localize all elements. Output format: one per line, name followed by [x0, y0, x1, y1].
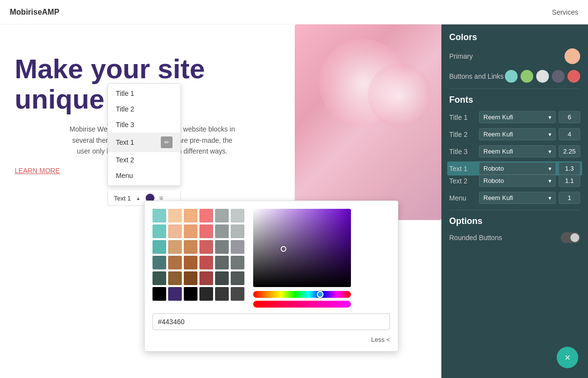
- primary-color-circle[interactable]: [565, 48, 580, 64]
- color-picker-panel: Less <: [144, 200, 398, 352]
- bar-arrow-up: ▲: [136, 196, 141, 201]
- divider-colors-fonts: [449, 89, 580, 89]
- edit-icon[interactable]: ✏: [161, 136, 173, 148]
- color-swatch[interactable]: [152, 224, 166, 238]
- color-swatch[interactable]: [231, 240, 244, 254]
- color-swatch[interactable]: [199, 287, 213, 301]
- divider-fonts-options: [449, 210, 580, 210]
- color-swatch[interactable]: [199, 271, 213, 285]
- dropdown-item-text2[interactable]: Text 2: [108, 152, 180, 168]
- font-row-label: Menu: [449, 194, 476, 202]
- color-swatch[interactable]: [231, 209, 244, 222]
- top-nav: MobiriseAMP Services: [0, 0, 588, 24]
- color-swatch[interactable]: [199, 224, 213, 238]
- close-icon: ×: [565, 352, 570, 363]
- color-swatch[interactable]: [231, 287, 244, 301]
- color-swatch[interactable]: [152, 240, 166, 254]
- color-option-circle[interactable]: [567, 70, 580, 83]
- color-picker-top: [152, 209, 390, 308]
- dropdown-item-title3[interactable]: Title 3: [108, 117, 180, 133]
- font-size-input[interactable]: 1: [559, 192, 580, 204]
- less-button[interactable]: Less <: [152, 336, 390, 343]
- font-row-label: Title 1: [449, 113, 476, 121]
- gradient-cursor: [281, 246, 286, 252]
- font-row: Menu Reem Kufi 1: [449, 192, 580, 204]
- color-swatch[interactable]: [168, 271, 182, 285]
- font-select-dropdown[interactable]: Reem Kufi: [479, 111, 556, 123]
- color-option-circle[interactable]: [552, 70, 565, 83]
- color-swatch[interactable]: [152, 256, 166, 269]
- font-size-input[interactable]: 2.25: [559, 145, 580, 157]
- font-row-label: Text 2: [449, 177, 476, 185]
- color-swatch[interactable]: [215, 240, 229, 254]
- color-swatch[interactable]: [168, 224, 182, 238]
- hero-image: [295, 24, 441, 220]
- color-swatch[interactable]: [152, 209, 166, 222]
- saturation-slider[interactable]: [253, 301, 351, 308]
- color-option-circle[interactable]: [536, 70, 549, 83]
- font-select-dropdown[interactable]: Reem Kufi: [479, 192, 556, 204]
- gradient-picker[interactable]: [253, 209, 351, 287]
- color-swatch[interactable]: [168, 256, 182, 269]
- options-section: Options Rounded Buttons: [449, 216, 580, 243]
- font-select-dropdown[interactable]: Reem Kufi: [479, 128, 556, 140]
- color-swatch[interactable]: [231, 224, 244, 238]
- color-swatch[interactable]: [184, 224, 197, 238]
- dropdown-item-title2[interactable]: Title 2: [108, 101, 180, 117]
- color-option-circle[interactable]: [505, 70, 518, 83]
- font-select-dropdown[interactable]: Reem Kufi: [479, 145, 556, 157]
- learn-more-link[interactable]: LEARN MORE: [15, 167, 60, 175]
- font-rows-container: Title 1 Reem Kufi 6 Title 2 Reem Kufi 4 …: [449, 111, 580, 204]
- color-swatch[interactable]: [184, 240, 197, 254]
- font-size-input[interactable]: 1.3: [559, 162, 580, 175]
- color-option-circle[interactable]: [521, 70, 533, 83]
- right-panel: Colors Primary Buttons and Links Fonts T…: [441, 24, 588, 378]
- color-swatch[interactable]: [184, 209, 197, 222]
- font-row: Text 2 Roboto 1.1: [449, 175, 580, 187]
- hex-input-row: [152, 313, 390, 330]
- main-area: Make your site unique Mobirise Website B…: [0, 24, 588, 378]
- color-swatches: [152, 209, 245, 308]
- hue-slider[interactable]: [253, 291, 351, 298]
- color-swatch[interactable]: [231, 256, 244, 269]
- color-swatch[interactable]: [168, 240, 182, 254]
- color-swatch[interactable]: [215, 256, 229, 269]
- color-swatch[interactable]: [168, 209, 182, 222]
- font-size-input[interactable]: 6: [559, 111, 580, 123]
- hex-input[interactable]: [152, 313, 390, 330]
- font-row-label: Title 3: [449, 148, 476, 156]
- font-select-dropdown[interactable]: Roboto: [479, 162, 556, 175]
- color-swatch[interactable]: [199, 256, 213, 269]
- primary-label: Primary: [449, 52, 473, 60]
- close-fab[interactable]: ×: [557, 347, 578, 368]
- dropdown-item-menu[interactable]: Menu: [108, 168, 180, 183]
- color-swatch[interactable]: [231, 271, 244, 285]
- color-swatch[interactable]: [215, 287, 229, 301]
- color-swatch[interactable]: [184, 256, 197, 269]
- nav-links[interactable]: Services: [552, 8, 578, 16]
- colors-section-title: Colors: [449, 32, 580, 43]
- font-row: Title 3 Reem Kufi 2.25: [449, 145, 580, 157]
- bar-current-label: Text 1: [114, 195, 131, 202]
- font-size-input[interactable]: 1.1: [559, 175, 580, 187]
- chevron-down-icon: [548, 148, 551, 155]
- color-swatch[interactable]: [199, 209, 213, 222]
- chevron-down-icon: [548, 177, 551, 184]
- color-swatch[interactable]: [199, 240, 213, 254]
- colors-section: Colors Primary Buttons and Links: [449, 32, 580, 83]
- color-swatch[interactable]: [215, 271, 229, 285]
- color-swatch[interactable]: [215, 209, 229, 222]
- color-swatch[interactable]: [168, 287, 182, 301]
- color-swatch[interactable]: [152, 287, 166, 301]
- color-swatch[interactable]: [215, 224, 229, 238]
- font-row-label: Text 1: [449, 165, 476, 173]
- color-swatch[interactable]: [152, 271, 166, 285]
- hue-thumb: [317, 291, 324, 298]
- font-select-dropdown[interactable]: Roboto: [479, 175, 556, 187]
- rounded-buttons-toggle[interactable]: [561, 232, 580, 243]
- dropdown-item-text1[interactable]: Text 1 ✏: [108, 133, 180, 152]
- font-size-input[interactable]: 4: [559, 128, 580, 140]
- color-swatch[interactable]: [184, 271, 197, 285]
- dropdown-item-title1[interactable]: Title 1: [108, 86, 180, 101]
- color-swatch[interactable]: [184, 287, 197, 301]
